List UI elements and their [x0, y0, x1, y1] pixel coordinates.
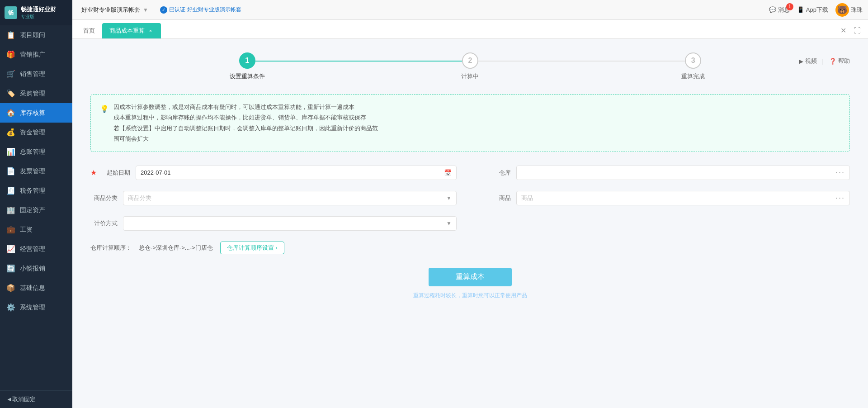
- app-download-button[interactable]: 📱 App下载: [797, 6, 828, 14]
- verified-account: 好业财专业版演示帐套: [187, 6, 241, 14]
- sidebar-item-label: 销售管理: [20, 70, 45, 78]
- message-button[interactable]: 💬 消息 1: [769, 6, 790, 14]
- sales-icon: 🛒: [6, 70, 15, 78]
- tab-bar: 首页 商品成本重算 × ✕ ⛶: [72, 20, 868, 39]
- sidebar-item-label: 工资: [20, 226, 33, 234]
- topbar-actions: 💬 消息 1 📱 App下载 🐻 珠珠: [769, 3, 863, 17]
- recalc-hint: 重算过程耗时较长，重算时您可以正常使用产品: [413, 292, 527, 299]
- help-link[interactable]: ❓ 帮助: [829, 57, 850, 65]
- invoice-icon: 📄: [6, 167, 15, 176]
- info-line-2: 成本重算过程中，影响库存账的操作均不能操作，比如进货单、销货单、库存单据不能审核…: [113, 112, 378, 123]
- sidebar-item-label: 税务管理: [20, 187, 45, 195]
- product-more-icon[interactable]: ···: [835, 193, 845, 203]
- sidebar-item-invoice[interactable]: 📄 发票管理: [0, 161, 72, 181]
- sidebar-item-purchase[interactable]: 🏷️ 采购管理: [0, 84, 72, 103]
- sidebar-item-tax[interactable]: 🧾 税务管理: [0, 181, 72, 200]
- sidebar-unpin-button[interactable]: ◄取消固定: [0, 390, 72, 408]
- step-2-line: [478, 61, 685, 62]
- sidebar-item-project[interactable]: 📋 项目顾问: [0, 25, 72, 45]
- operations-icon: 📈: [6, 245, 15, 253]
- sidebar: 畅 畅捷通好业财 专业版 📋 项目顾问 🎁 营销推广 🛒 销售管理 🏷️ 采购管…: [0, 0, 72, 408]
- calc-order-btn-label: 仓库计算顺序设置: [227, 244, 274, 252]
- calendar-icon[interactable]: 📅: [444, 169, 452, 176]
- sidebar-item-marketing[interactable]: 🎁 营销推广: [0, 45, 72, 64]
- tab-home[interactable]: 首页: [78, 23, 100, 38]
- sidebar-item-accounting[interactable]: 📊 总账管理: [0, 142, 72, 161]
- product-input-wrapper[interactable]: 商品 ···: [516, 191, 850, 205]
- user-name: 珠珠: [851, 6, 863, 14]
- video-label: 视频: [805, 57, 817, 65]
- calc-order-arrow-icon: ›: [276, 244, 278, 251]
- topbar: 好业财专业版演示帐套 ▼ ✓ 已认证 好业财专业版演示帐套 💬 消息 1 📱 A…: [72, 0, 868, 20]
- info-box: 💡 因成本计算参数调整，或是对商品成本有疑问时，可以通过成本重算功能，重新计算一…: [90, 94, 850, 152]
- sidebar-item-assets[interactable]: 🏢 固定资产: [0, 200, 72, 220]
- marketing-icon: 🎁: [6, 50, 15, 59]
- step-2-label: 计算中: [461, 72, 479, 81]
- sidebar-item-payroll[interactable]: 💼 工资: [0, 220, 72, 239]
- step-1-circle: 1: [239, 52, 255, 69]
- unpin-label: ◄取消固定: [6, 395, 36, 403]
- sidebar-item-label: 营销推广: [20, 51, 45, 59]
- recalc-btn-label: 重算成本: [456, 273, 485, 280]
- info-text: 因成本计算参数调整，或是对商品成本有疑问时，可以通过成本重算功能，重新计算一遍成…: [113, 102, 378, 144]
- start-date-value: 2022-07-01: [141, 169, 441, 176]
- app-name: 畅捷通好业财: [21, 5, 56, 14]
- warehouse-more-icon[interactable]: ···: [835, 168, 845, 177]
- pricing-row: 计价方式 ▼: [90, 216, 457, 231]
- tab-close-icon[interactable]: ×: [147, 28, 154, 34]
- info-line-4: 围可能会扩大: [113, 133, 378, 144]
- expand-window-icon[interactable]: ⛶: [852, 26, 863, 36]
- warehouse-label: 仓库: [484, 169, 511, 177]
- category-dropdown-icon: ▼: [446, 195, 452, 201]
- sidebar-item-system[interactable]: ⚙️ 系统管理: [0, 298, 72, 317]
- step-2-number: 2: [468, 57, 472, 65]
- info-line-1: 因成本计算参数调整，或是对商品成本有疑问时，可以通过成本重算功能，重新计算一遍成…: [113, 102, 378, 112]
- sidebar-item-label: 项目顾问: [20, 31, 45, 39]
- app-logo-icon: 畅: [5, 6, 17, 19]
- sidebar-item-expense[interactable]: 🔄 小畅报销: [0, 259, 72, 278]
- category-select[interactable]: 商品分类 ▼: [123, 191, 457, 205]
- recalc-button[interactable]: 重算成本: [429, 268, 512, 286]
- message-icon: 💬: [769, 6, 776, 13]
- info-line-3: 若【系统设置】中启用了自动调整记账日期时，会调整入库单的整单记账日期，因此重新计…: [113, 123, 378, 133]
- close-window-icon[interactable]: ✕: [839, 25, 848, 36]
- verified-label: 已认证: [169, 6, 185, 14]
- sidebar-item-label: 基础信息: [20, 284, 45, 292]
- avatar: 🐻: [835, 3, 849, 17]
- video-link[interactable]: ▶ 视频: [799, 57, 817, 65]
- verified-badge-area: ✓ 已认证 好业财专业版演示帐套: [160, 6, 241, 14]
- step-1-number: 1: [245, 57, 249, 65]
- content-area: 1 设置重算条件 2 计算中 3 重算完成 ▶: [72, 39, 868, 408]
- category-row: 商品分类 商品分类 ▼: [90, 191, 457, 205]
- logo-text: 畅: [8, 9, 14, 17]
- step-3-circle: 3: [685, 52, 701, 69]
- app-download-label: App下载: [806, 6, 828, 14]
- sidebar-item-label: 资金管理: [20, 128, 45, 137]
- empty-cell: [484, 216, 850, 231]
- warehouse-input-wrapper[interactable]: ···: [516, 166, 850, 180]
- warehouse-row: 仓库 ···: [484, 166, 850, 180]
- sidebar-item-label: 小畅报销: [20, 265, 45, 273]
- divider: |: [822, 58, 824, 65]
- message-badge: 1: [786, 3, 793, 10]
- recalc-section: 重算成本 重算过程耗时较长，重算时您可以正常使用产品: [90, 268, 850, 299]
- account-selector[interactable]: 好业财专业版演示帐套 ▼: [78, 4, 152, 16]
- tab-cost-recalc[interactable]: 商品成本重算 ×: [102, 23, 161, 38]
- user-profile-button[interactable]: 🐻 珠珠: [835, 3, 863, 17]
- sidebar-item-inventory[interactable]: 🏠 库存核算: [0, 103, 72, 123]
- sidebar-item-label: 经营管理: [20, 245, 45, 253]
- accounting-icon: 📊: [6, 147, 15, 156]
- start-date-input-wrapper[interactable]: 2022-07-01 📅: [136, 166, 457, 180]
- sidebar-item-sales[interactable]: 🛒 销售管理: [0, 64, 72, 84]
- step-3: 3 重算完成: [582, 52, 805, 81]
- calc-order-settings-button[interactable]: 仓库计算顺序设置 ›: [220, 242, 284, 254]
- sidebar-item-label: 总账管理: [20, 148, 45, 156]
- sidebar-header: 畅 畅捷通好业财 专业版: [0, 0, 72, 25]
- sidebar-item-finance[interactable]: 💰 资金管理: [0, 123, 72, 142]
- sidebar-item-operations[interactable]: 📈 经营管理: [0, 239, 72, 259]
- tab-bar-right: ✕ ⛶: [839, 25, 863, 38]
- sidebar-item-label: 系统管理: [20, 304, 45, 312]
- step-2: 2 计算中: [359, 52, 581, 81]
- sidebar-item-basic[interactable]: 📦 基础信息: [0, 278, 72, 298]
- pricing-select[interactable]: ▼: [123, 216, 457, 231]
